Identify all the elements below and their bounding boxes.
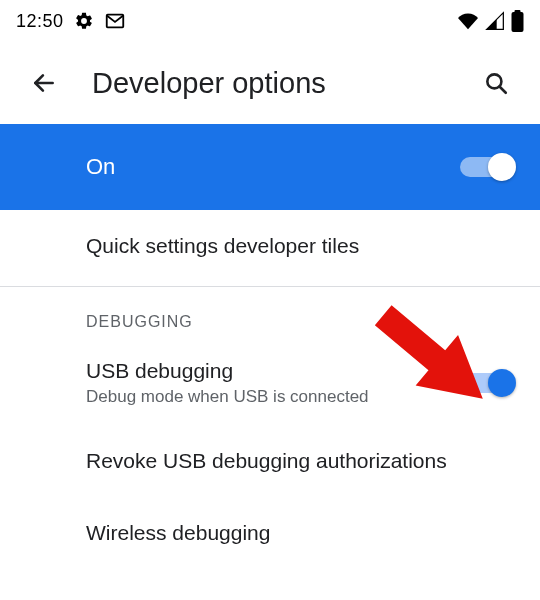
master-toggle-switch[interactable] (460, 157, 512, 177)
wifi-icon (457, 11, 479, 31)
switch-thumb (488, 369, 516, 397)
back-button[interactable] (24, 63, 64, 103)
status-bar-left: 12:50 (16, 10, 126, 32)
status-time: 12:50 (16, 11, 64, 32)
arrow-left-icon (31, 70, 57, 96)
row-subtitle: Debug mode when USB is connected (86, 387, 444, 407)
row-usb-debugging[interactable]: USB debugging Debug mode when USB is con… (0, 341, 540, 425)
status-bar-right (457, 10, 524, 32)
battery-icon (511, 10, 524, 32)
cell-signal-icon (485, 11, 505, 31)
svg-rect-2 (512, 12, 524, 32)
row-title: Revoke USB debugging authorizations (86, 449, 512, 473)
gmail-notification-icon (104, 10, 126, 32)
settings-notification-icon (74, 11, 94, 31)
row-title: USB debugging (86, 359, 444, 383)
row-revoke-usb-auth[interactable]: Revoke USB debugging authorizations (0, 425, 540, 497)
row-title: Quick settings developer tiles (86, 234, 512, 258)
app-bar: Developer options (0, 42, 540, 124)
row-quick-settings-tiles[interactable]: Quick settings developer tiles (0, 210, 540, 282)
settings-list: Quick settings developer tiles DEBUGGING… (0, 210, 540, 553)
search-button[interactable] (476, 63, 516, 103)
developer-options-master-toggle[interactable]: On (0, 124, 540, 210)
master-toggle-label: On (86, 154, 460, 180)
page-title: Developer options (92, 67, 448, 100)
row-wireless-debugging[interactable]: Wireless debugging (0, 497, 540, 553)
svg-line-5 (499, 86, 505, 92)
section-header-debugging: DEBUGGING (0, 287, 540, 341)
usb-debugging-switch[interactable] (460, 373, 512, 393)
status-bar: 12:50 (0, 0, 540, 42)
search-icon (483, 70, 509, 96)
row-title: Wireless debugging (86, 521, 512, 545)
switch-thumb (488, 153, 516, 181)
